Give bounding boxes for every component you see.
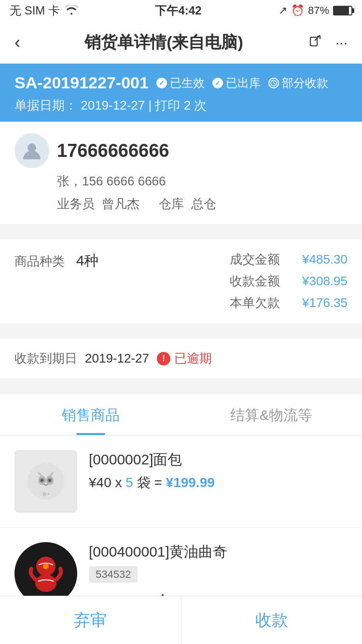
debt-row: 本单欠款 ¥176.35	[230, 294, 348, 311]
status-bar-right: ↗ ⏰ 87%	[278, 4, 352, 17]
product-name-2: [000400001]黄油曲奇	[89, 542, 348, 562]
stats-left: 商品种类 4种	[14, 251, 98, 271]
share-button[interactable]	[307, 32, 324, 52]
customer-section: 17666666666 张，156 6666 6666 业务员 曾凡杰 仓库 总…	[0, 122, 362, 224]
nav-bar: ‹ 销货单详情(来自电脑) ···	[0, 21, 362, 64]
debt-label: 本单欠款	[230, 294, 280, 311]
product-code-2: [000400001]	[89, 544, 169, 560]
product-type-value: 4种	[76, 252, 99, 268]
check-icon-active: ✓	[156, 78, 167, 88]
warehouse-value: 总仓	[191, 196, 216, 211]
battery-percent: 87%	[308, 4, 329, 17]
back-button[interactable]: ‹	[14, 32, 20, 53]
due-section: 收款到期日 2019-12-27 ! 已逾期	[0, 338, 362, 378]
confirm-button[interactable]: 收款	[181, 596, 362, 644]
product-price-1: ¥40 x 5 袋 = ¥199.99	[89, 474, 348, 492]
product-unit-1: 袋	[137, 475, 151, 490]
status-shipped: ✓ 已出库	[212, 75, 261, 91]
warehouse-label: 仓库	[159, 196, 184, 211]
bottom-bar: 弃审 收款	[0, 596, 362, 644]
received-label: 收款金额	[230, 273, 280, 290]
cancel-button[interactable]: 弃审	[0, 596, 181, 644]
svg-point-14	[35, 574, 56, 592]
customer-name-phone: 张，156 6666 6666	[14, 173, 348, 190]
divider3	[0, 378, 362, 386]
svg-point-15	[43, 563, 49, 569]
deal-amount-label: 成交金额	[230, 251, 280, 268]
svg-point-8	[41, 479, 43, 481]
salesperson-row: 业务员 曾凡杰	[57, 196, 139, 212]
tab-settlement-label: 结算&物流等	[230, 407, 312, 423]
page-title: 销货单详情(来自电脑)	[84, 31, 243, 54]
carrier-label: 无 SIM 卡	[10, 3, 60, 18]
doc-date-label: 单据日期：	[14, 98, 77, 112]
product-thumb-1: 食+	[14, 450, 77, 513]
status-active: ✓ 已生效	[156, 75, 205, 91]
product-type-label: 商品种类	[14, 254, 65, 268]
overdue-badge: ! 已逾期	[157, 350, 212, 367]
salesperson-label: 业务员	[57, 196, 95, 211]
order-date-info: 单据日期： 2019-12-27 | 打印 2 次	[14, 97, 348, 114]
customer-phone: 17666666666	[57, 140, 169, 161]
order-id: SA-20191227-001	[14, 73, 149, 92]
equals-1: =	[154, 475, 166, 490]
clock-icon	[268, 78, 279, 88]
salesperson-value: 曾凡杰	[102, 196, 139, 211]
battery-icon	[333, 6, 352, 15]
warehouse-row: 仓库 总仓	[159, 196, 216, 212]
tab-settlement[interactable]: 结算&物流等	[181, 394, 362, 435]
price-x-1: x	[115, 475, 126, 490]
tab-underline	[76, 433, 105, 435]
customer-meta: 业务员 曾凡杰 仓库 总仓	[14, 196, 348, 212]
status-active-label: 已生效	[170, 75, 205, 91]
product-qty-1: 5	[125, 475, 133, 490]
product-total-1: ¥199.99	[166, 475, 215, 490]
print-divider: |	[148, 98, 155, 112]
due-label: 收款到期日	[14, 350, 77, 367]
svg-point-9	[49, 479, 51, 481]
overdue-text: 已逾期	[174, 350, 212, 367]
deal-amount-value: ¥485.30	[290, 252, 348, 267]
location-icon: ↗	[278, 4, 287, 17]
product-name-1: [0000002]面包	[89, 450, 348, 470]
tab-sales-label: 销售商品	[62, 407, 120, 423]
tabs-section: 销售商品 结算&物流等	[0, 394, 362, 435]
product-unit-price-1: ¥40	[89, 475, 111, 490]
received-row: 收款金额 ¥308.95	[230, 273, 348, 290]
alarm-icon: ⏰	[291, 4, 304, 17]
svg-text:食+: 食+	[42, 491, 50, 497]
more-button[interactable]: ···	[335, 34, 348, 51]
status-bar-time: 下午4:42	[155, 3, 201, 18]
doc-date-value: 2019-12-27	[81, 98, 145, 112]
deal-amount-row: 成交金额 ¥485.30	[230, 251, 348, 268]
print-info: 打印 2 次	[155, 98, 207, 112]
product-code-1: [0000002]	[89, 451, 153, 467]
status-shipped-label: 已出库	[226, 75, 261, 91]
stats-section: 商品种类 4种 成交金额 ¥485.30 收款金额 ¥308.95 本单欠款 ¥…	[0, 239, 362, 323]
debt-value: ¥176.35	[290, 295, 348, 310]
divider1	[0, 224, 362, 232]
overdue-icon: !	[157, 352, 170, 365]
product-info-1: [0000002]面包 ¥40 x 5 袋 = ¥199.99	[89, 450, 348, 492]
product-sku-2: 534532	[89, 566, 138, 583]
wifi-icon	[65, 4, 78, 17]
status-bar-left: 无 SIM 卡	[10, 3, 78, 18]
product-item-1: 食+ [0000002]面包 ¥40 x 5 袋 = ¥199.99	[0, 435, 362, 528]
status-partial: 部分收款	[268, 75, 328, 91]
status-bar: 无 SIM 卡 下午4:42 ↗ ⏰ 87%	[0, 0, 362, 21]
divider2	[0, 323, 362, 331]
stats-right: 成交金额 ¥485.30 收款金额 ¥308.95 本单欠款 ¥176.35	[230, 251, 348, 311]
check-icon-shipped: ✓	[212, 78, 223, 88]
due-date-value: 2019-12-27	[85, 351, 149, 366]
status-partial-label: 部分收款	[282, 75, 328, 91]
nav-actions: ···	[307, 32, 348, 52]
product-placeholder-1: 食+	[14, 450, 77, 513]
received-value: ¥308.95	[290, 274, 348, 289]
tab-sales[interactable]: 销售商品	[0, 394, 181, 435]
avatar	[14, 133, 49, 168]
order-header: SA-20191227-001 ✓ 已生效 ✓ 已出库 部分收款 单据日期： 2…	[0, 64, 362, 122]
